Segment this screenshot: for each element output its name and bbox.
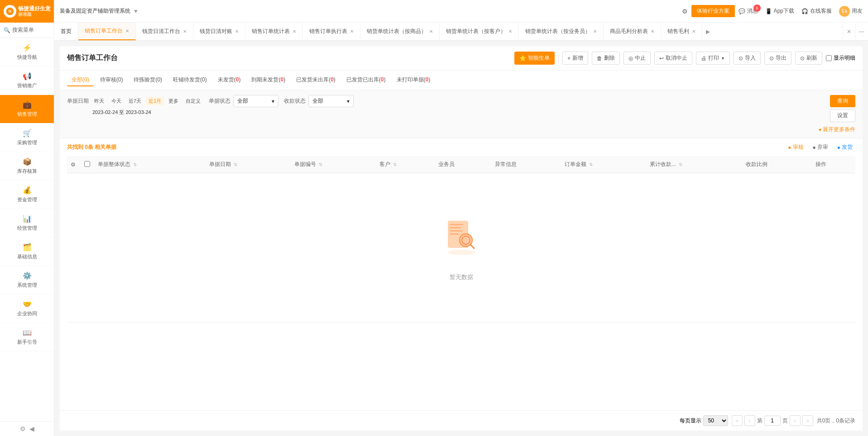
- empty-row: 暂无数据: [67, 173, 855, 322]
- status-sort-icon[interactable]: ⇅: [133, 162, 137, 167]
- page-first-btn[interactable]: «: [732, 415, 743, 426]
- col-checkbox-header[interactable]: [81, 156, 94, 173]
- delete-btn[interactable]: 🗑 删除: [592, 52, 620, 65]
- tab-cash-reconcile[interactable]: 钱货日清对账 ✕: [193, 23, 245, 40]
- tabs-close-all-btn[interactable]: ✕: [843, 24, 855, 39]
- filter-tab-pending-review[interactable]: 待审核(0): [96, 74, 128, 86]
- system-icon: ⚙️: [23, 271, 32, 280]
- select-all-checkbox[interactable]: [84, 161, 90, 167]
- topbar-solution-btn[interactable]: 体验行业方案: [691, 5, 735, 17]
- date-sort-icon[interactable]: ⇅: [234, 162, 237, 167]
- export-btn[interactable]: ⊙ 导出: [764, 52, 791, 65]
- collected-sort-icon[interactable]: ⇅: [679, 162, 682, 167]
- show-detail-checkbox[interactable]: [826, 55, 832, 61]
- sidebar-item-quick-nav[interactable]: ⚡ 快捷导航: [0, 38, 54, 66]
- sidebar-item-system[interactable]: ⚙️ 系统管理: [0, 266, 54, 294]
- suspend-btn[interactable]: ◎ 中止: [623, 52, 651, 65]
- cancel-suspend-label: 取消中止: [666, 54, 687, 62]
- col-settings-header[interactable]: ⚙: [67, 156, 81, 173]
- tab-sales-stats-staff[interactable]: 销货单统计表（按业务员） ✕: [519, 23, 604, 40]
- cancel-suspend-btn[interactable]: ↩ 取消中止: [654, 52, 692, 65]
- sidebar-item-cooperation[interactable]: 🤝 企业协同: [0, 294, 54, 323]
- topbar-message[interactable]: 💬 消息 6: [739, 7, 758, 15]
- amount-sort-icon[interactable]: ⇅: [589, 162, 593, 167]
- date-more-btn[interactable]: 更多: [166, 97, 181, 105]
- show-detail-label[interactable]: 显示明细: [826, 54, 855, 62]
- topbar-service[interactable]: 🎧 在线客服: [801, 7, 832, 15]
- page-prev-btn[interactable]: ‹: [744, 415, 755, 426]
- import-btn[interactable]: ⊙ 导入: [734, 52, 761, 65]
- filter-tab-shipped-not-out[interactable]: 已发货未出库(0): [292, 74, 340, 86]
- tabs-more-btn[interactable]: ▶: [702, 24, 714, 39]
- tab-cash-reconcile-close[interactable]: ✕: [235, 29, 239, 34]
- payment-select[interactable]: 全部 ▾: [308, 95, 354, 107]
- sidebar-item-basic[interactable]: 🗂️ 基础信息: [0, 237, 54, 266]
- tab-cash-daily[interactable]: 钱货日清工作台 ✕: [136, 23, 193, 40]
- tab-cash-daily-close[interactable]: ✕: [183, 29, 187, 34]
- bulk-audit-btn[interactable]: ● 审核: [785, 142, 806, 152]
- date-1month-btn[interactable]: 近1月: [146, 97, 164, 105]
- print-btn[interactable]: 🖨 打印 ▼: [696, 52, 730, 65]
- sidebar-collapse-btn[interactable]: ◀: [29, 425, 34, 432]
- date-yesterday-btn[interactable]: 昨天: [91, 97, 107, 105]
- sidebar-item-guide[interactable]: 📖 新手引导: [0, 323, 54, 351]
- filter-tab-overdue-ship[interactable]: 到期未发货(0): [247, 74, 290, 86]
- sidebar-item-marketing[interactable]: 📢 营销推广: [0, 66, 54, 95]
- topbar-user[interactable]: Ea 用友: [839, 6, 863, 17]
- bulk-ship-btn[interactable]: ● 发货: [834, 142, 855, 152]
- date-7days-btn[interactable]: 近7天: [126, 97, 144, 105]
- tab-sales-margin-close[interactable]: ✕: [692, 29, 695, 34]
- sidebar-item-operation[interactable]: 📊 经营管理: [0, 209, 54, 237]
- refresh-btn[interactable]: ⊙ 刷新: [795, 52, 822, 65]
- page-last-btn[interactable]: »: [802, 415, 813, 426]
- sidebar-item-finance[interactable]: 💰 资金管理: [0, 180, 54, 209]
- tab-sales-stats-customer-close[interactable]: ✕: [508, 29, 512, 34]
- tab-sales-order[interactable]: 销售订单工作台 ✕: [78, 23, 136, 40]
- page-size-dropdown[interactable]: 10 20 50 100: [703, 415, 728, 426]
- tab-sales-stats-staff-close[interactable]: ✕: [593, 29, 597, 34]
- topbar-settings-icon[interactable]: ⚙: [682, 8, 688, 15]
- page-size-label: 每页显示: [680, 417, 701, 425]
- filter-tab-pending-check[interactable]: 待拣验货(0): [129, 74, 167, 86]
- date-custom-btn[interactable]: 自定义: [183, 97, 203, 105]
- tab-order-exec-close[interactable]: ✕: [350, 29, 354, 34]
- tab-sales-margin[interactable]: 销售毛利 ✕: [661, 23, 702, 40]
- expand-conditions-btn[interactable]: ▾ 展开更多条件: [819, 126, 855, 133]
- bulk-void-btn[interactable]: ● 弃审: [810, 142, 831, 152]
- filter-tab-all[interactable]: 全部(0): [67, 74, 94, 86]
- tab-order-exec[interactable]: 销售订单执行表 ✕: [303, 23, 360, 40]
- tab-gross-profit-close[interactable]: ✕: [651, 29, 654, 34]
- tabs-minimize-btn[interactable]: —: [855, 24, 868, 39]
- sidebar-settings-btn[interactable]: ⚙: [20, 425, 26, 432]
- status-select[interactable]: 全部 ▾: [233, 95, 278, 107]
- tab-gross-profit[interactable]: 商品毛利分析表 ✕: [604, 23, 661, 40]
- filter-tab-wangpu-ship[interactable]: 旺铺待发货(0): [168, 74, 211, 86]
- sidebar-search[interactable]: 🔍 搜索菜单: [0, 23, 54, 38]
- date-range-text: 2023-02-24 至 2023-03-24: [92, 109, 815, 116]
- sidebar-item-inventory[interactable]: 📦 库存核算: [0, 152, 54, 180]
- number-sort-icon[interactable]: ⇅: [319, 162, 322, 167]
- tab-home[interactable]: 首页: [54, 23, 78, 40]
- tab-sales-stats-customer[interactable]: 销货单统计表（按客户） ✕: [440, 23, 519, 40]
- sidebar-item-purchase[interactable]: 🛒 采购管理: [0, 123, 54, 152]
- date-today-btn[interactable]: 今天: [109, 97, 124, 105]
- topbar-dropdown-icon[interactable]: ▼: [133, 8, 139, 14]
- filter-tab-not-printed[interactable]: 未打印单据(0): [392, 74, 435, 86]
- tab-sales-order-close[interactable]: ✕: [125, 28, 129, 33]
- tab-sales-stats-product[interactable]: 销货单统计表（按商品） ✕: [360, 23, 440, 40]
- tab-order-stats-close[interactable]: ✕: [293, 29, 296, 34]
- customer-sort-icon[interactable]: ⇅: [393, 162, 397, 167]
- query-btn[interactable]: 查询: [830, 95, 855, 107]
- settings-btn[interactable]: 设置: [830, 109, 855, 122]
- tab-sales-stats-product-close[interactable]: ✕: [429, 29, 433, 34]
- topbar-app-download[interactable]: 📱 App下载: [765, 7, 794, 15]
- page-input[interactable]: 1: [764, 416, 781, 426]
- add-btn[interactable]: + 新增: [562, 52, 588, 65]
- sidebar-item-sales[interactable]: 💼 销售管理: [0, 95, 54, 123]
- tab-order-stats[interactable]: 销售订单统计表 ✕: [245, 23, 303, 40]
- filter-tab-not-shipped[interactable]: 未发货(0): [213, 74, 245, 86]
- page-next-btn[interactable]: ›: [790, 415, 801, 426]
- smart-order-btn[interactable]: ⭐ 智能生单: [514, 52, 555, 65]
- svg-rect-5: [450, 233, 459, 235]
- filter-tab-shipped-out[interactable]: 已发货已出库(0): [342, 74, 390, 86]
